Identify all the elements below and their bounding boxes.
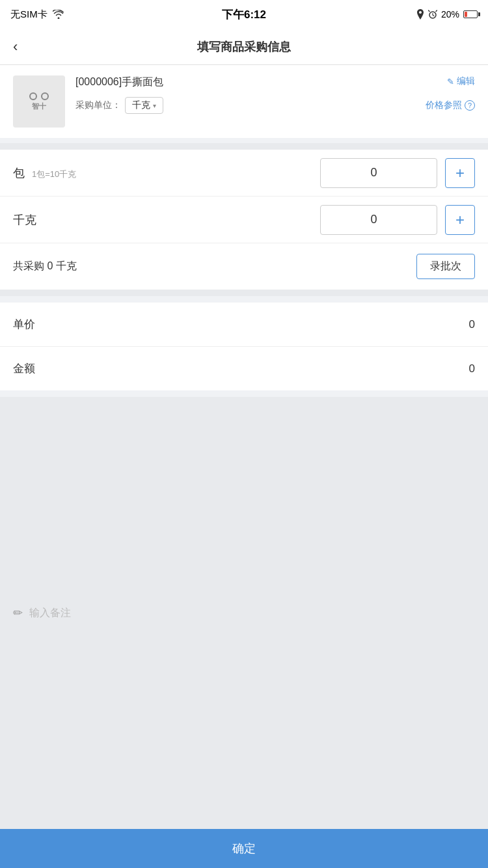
quantity-input-wrap-bag: + — [78, 158, 475, 188]
quantity-sublabel-bag: 1包=10千克 — [32, 169, 76, 179]
pencil-icon: ✏ — [13, 606, 23, 620]
chevron-down-icon: ▾ — [153, 102, 156, 109]
summary-text: 共采购 0 千克 — [13, 260, 77, 273]
status-bar: 无SIM卡 下午6:12 20% — [0, 0, 488, 29]
product-name: [0000006]手撕面包 — [75, 75, 447, 89]
quantity-input-wrap-kg: + — [78, 205, 475, 235]
product-thumbnail: 智十 — [13, 75, 65, 128]
edit-icon: ✎ — [447, 77, 454, 87]
back-button[interactable]: ‹ — [13, 38, 18, 55]
price-reference-button[interactable]: 价格参照 ? — [426, 100, 475, 111]
unit-price-label: 单价 — [13, 317, 35, 332]
section-divider-1 — [0, 143, 488, 150]
purchase-unit-row: 采购单位： 千克 ▾ 价格参照 ? — [75, 97, 475, 114]
price-section: 单价 0 金额 0 — [0, 303, 488, 390]
owl-eye-right — [41, 92, 49, 100]
help-icon: ? — [465, 100, 475, 111]
battery-icon — [463, 10, 478, 18]
note-placeholder: 输入备注 — [29, 606, 71, 620]
page-title: 填写商品采购信息 — [197, 39, 291, 55]
nav-bar: ‹ 填写商品采购信息 — [0, 29, 488, 65]
owl-eyes — [29, 92, 49, 100]
carrier-text: 无SIM卡 — [10, 8, 47, 21]
quantity-section: 包 1包=10千克 + 千克 + 共采购 0 千克 录批次 — [0, 150, 488, 290]
plus-button-bag[interactable]: + — [445, 158, 475, 188]
logo-text: 智十 — [32, 102, 46, 111]
quantity-row-bag: 包 1包=10千克 + — [0, 150, 488, 197]
unit-value: 千克 — [132, 100, 150, 111]
quantity-label-kg: 千克 — [13, 212, 78, 228]
wifi-icon — [53, 10, 64, 19]
price-row-unit: 单价 0 — [0, 303, 488, 347]
unit-price-value: 0 — [469, 318, 475, 331]
product-card: 智十 [0000006]手撕面包 ✎ 编辑 采购单位： 千克 ▾ 价格参照 ? — [0, 65, 488, 138]
owl-eye-left — [29, 92, 37, 100]
confirm-button[interactable]: 确定 — [0, 829, 488, 868]
product-logo: 智十 — [13, 75, 65, 128]
status-time: 下午6:12 — [222, 7, 266, 22]
summary-amount: 0 — [47, 260, 55, 271]
product-name-row: [0000006]手撕面包 ✎ 编辑 — [75, 75, 475, 89]
status-right: 20% — [416, 9, 478, 20]
status-left: 无SIM卡 — [10, 8, 64, 21]
amount-label: 金额 — [13, 361, 35, 376]
price-ref-label: 价格参照 — [426, 100, 462, 111]
summary-row: 共采购 0 千克 录批次 — [0, 243, 488, 290]
section-divider-2 — [0, 290, 488, 296]
alarm-icon — [428, 10, 437, 19]
battery-text: 20% — [441, 9, 459, 20]
unit-select[interactable]: 千克 ▾ — [125, 97, 163, 114]
batch-button[interactable]: 录批次 — [416, 254, 475, 279]
edit-button[interactable]: ✎ 编辑 — [447, 75, 475, 87]
edit-label: 编辑 — [457, 75, 475, 87]
quantity-row-kg: 千克 + — [0, 197, 488, 243]
note-section[interactable]: ✏ 输入备注 — [0, 397, 488, 829]
quantity-input-kg[interactable] — [320, 205, 437, 235]
product-info: [0000006]手撕面包 ✎ 编辑 采购单位： 千克 ▾ 价格参照 ? — [75, 75, 475, 114]
quantity-label-bag: 包 1包=10千克 — [13, 165, 78, 181]
quantity-input-bag[interactable] — [320, 158, 437, 188]
amount-value: 0 — [469, 362, 475, 375]
location-icon — [416, 9, 424, 20]
unit-label: 采购单位： 千克 ▾ — [75, 97, 163, 114]
price-row-amount: 金额 0 — [0, 347, 488, 390]
plus-button-kg[interactable]: + — [445, 205, 475, 235]
